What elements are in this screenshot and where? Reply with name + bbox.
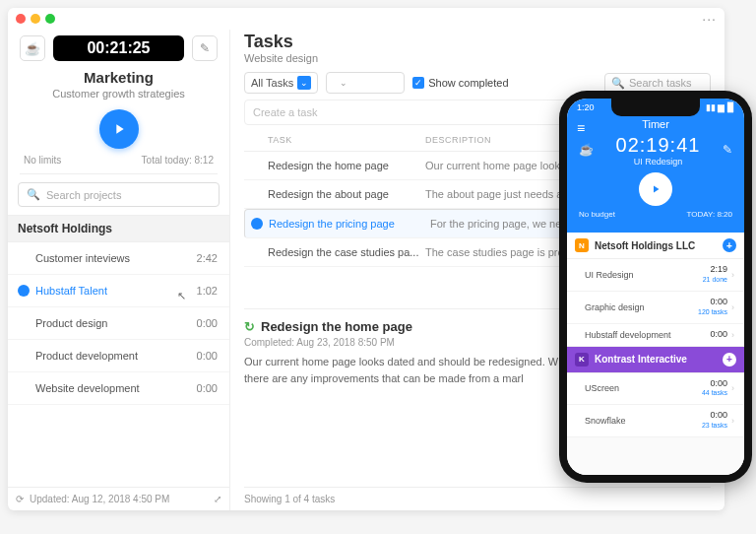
task-cell: Redesign the home page	[268, 160, 425, 171]
phone-project-item[interactable]: Hubstaff development0:00›	[567, 324, 744, 347]
phone-project-item[interactable]: Snowflake0:0023 tasks›	[567, 405, 744, 437]
phone-title: Timer	[567, 118, 744, 130]
maximize-icon[interactable]	[45, 14, 55, 24]
project-label: Website development	[35, 382, 140, 394]
project-title: Marketing	[20, 69, 218, 86]
project-time: 0:00	[197, 350, 218, 362]
more-icon[interactable]: ···	[702, 11, 717, 27]
edit-button[interactable]: ✎	[192, 35, 218, 61]
proj-time: 2:19	[710, 264, 727, 274]
project-label: Hubstaff Talent	[35, 285, 107, 297]
org-badge: N	[575, 238, 589, 252]
task-cell: Redesign the about page	[268, 188, 425, 200]
create-placeholder: Create a task	[253, 106, 317, 118]
cursor-icon: ↖	[177, 290, 186, 302]
minimize-icon[interactable]	[31, 14, 40, 24]
project-label: Product development	[35, 350, 138, 362]
add-icon[interactable]: +	[723, 238, 736, 252]
filter-all-select[interactable]: All Tasks⌄	[244, 72, 318, 94]
chevron-right-icon: ›	[731, 302, 734, 312]
project-time: 2:42	[197, 252, 218, 264]
phone-project: UI Redesign	[616, 157, 701, 167]
main-footer: Showing 1 of 4 tasks	[244, 487, 711, 510]
titlebar: ···	[8, 8, 724, 30]
limits-label: No limits	[24, 155, 61, 166]
break-button[interactable]: ☕	[20, 35, 45, 61]
signal-icon: ▮▮ ▆ ▉	[706, 102, 734, 112]
phone-org[interactable]: KKontrast Interactive+	[567, 347, 744, 373]
chevron-right-icon: ›	[731, 270, 734, 280]
proj-label: UScreen	[585, 383, 619, 393]
total-today: Total today: 8:12	[142, 155, 214, 166]
close-icon[interactable]	[16, 14, 26, 24]
break-icon[interactable]: ☕	[579, 143, 594, 157]
phone-budget: No budget	[579, 210, 615, 219]
chevron-down-icon: ⌄	[297, 76, 311, 90]
list-item[interactable]: Hubstaff Talent↖1:02	[8, 275, 229, 307]
detail-title: Redesign the home page	[261, 319, 412, 334]
th-desc: DESCRIPTION	[425, 135, 491, 145]
org-name: Kontrast Interactive	[595, 354, 687, 365]
chevron-right-icon: ›	[731, 383, 734, 393]
org-name: Netsoft Holdings LLC	[595, 240, 695, 251]
th-task: TASK	[268, 135, 425, 145]
proj-time: 0:00	[710, 329, 727, 339]
phone-notch	[611, 99, 700, 116]
add-icon[interactable]: +	[723, 353, 736, 367]
proj-note: 23 tasks	[702, 422, 727, 429]
phone-play-button[interactable]	[639, 172, 672, 206]
expand-icon[interactable]: ⤢	[214, 494, 221, 504]
proj-note: 120 tasks	[698, 308, 727, 315]
refresh-icon[interactable]: ⟳	[16, 494, 24, 504]
phone-project-item[interactable]: Graphic design0:00120 tasks›	[567, 292, 744, 324]
chevron-right-icon: ›	[731, 330, 734, 340]
phone-timer: 02:19:41	[616, 134, 701, 157]
phone-project-item[interactable]: UScreen0:0044 tasks›	[567, 373, 744, 406]
project-time: 0:00	[197, 382, 218, 394]
search-placeholder: Search projects	[46, 189, 121, 201]
search-icon: 🔍	[611, 77, 625, 90]
chevron-down-icon: ⌄	[337, 76, 350, 90]
page-subtitle: Website design	[244, 52, 711, 64]
search-icon: 🔍	[27, 188, 40, 201]
phone-today: TODAY: 8:20	[687, 210, 732, 219]
phone-project-item[interactable]: UI Redesign2:1921 done›	[567, 259, 744, 292]
project-list: Customer inteviews2:42 Hubstaff Talent↖1…	[8, 242, 229, 487]
list-item[interactable]: Product development0:00	[8, 340, 229, 372]
page-title: Tasks	[244, 32, 711, 52]
updated-label: Updated: Aug 12, 2018 4:50 PM	[30, 494, 169, 504]
list-item[interactable]: Website development0:00	[8, 372, 229, 405]
edit-icon[interactable]: ✎	[723, 143, 732, 157]
task-cell: Redesign the pricing page	[269, 218, 426, 230]
phone-screen: 1:20▮▮ ▆ ▉ ≡ Timer ☕ 02:19:41 UI Redesig…	[567, 99, 744, 475]
checkbox-label: Show completed	[428, 77, 508, 89]
filter-secondary-select[interactable]: ⌄	[326, 72, 405, 94]
org-header[interactable]: Netsoft Holdings	[8, 215, 229, 242]
proj-note: 44 tasks	[702, 389, 727, 396]
proj-time: 0:00	[710, 410, 727, 420]
play-button[interactable]	[99, 109, 139, 149]
check-icon: ✓	[412, 77, 424, 89]
proj-note: 21 done	[703, 276, 727, 283]
proj-time: 0:00	[710, 378, 727, 388]
proj-label: UI Redesign	[585, 270, 634, 280]
proj-label: Snowflake	[585, 416, 626, 426]
proj-label: Graphic design	[585, 302, 645, 312]
org-badge: K	[575, 353, 589, 367]
project-label: Customer inteviews	[35, 252, 130, 264]
project-time: 0:00	[197, 317, 218, 329]
phone-list: NNetsoft Holdings LLC+ UI Redesign2:1921…	[567, 233, 744, 475]
proj-time: 0:00	[710, 297, 727, 306]
phone-clock: 1:20	[577, 102, 595, 112]
phone-mockup: 1:20▮▮ ▆ ▉ ≡ Timer ☕ 02:19:41 UI Redesig…	[559, 91, 752, 483]
list-item[interactable]: Customer inteviews2:42	[8, 242, 229, 275]
phone-org[interactable]: NNetsoft Holdings LLC+	[567, 233, 744, 259]
list-item[interactable]: Product design0:00	[8, 307, 229, 340]
timer-display: 00:21:25	[53, 35, 184, 61]
search-placeholder: Search tasks	[629, 77, 692, 89]
menu-icon[interactable]: ≡	[577, 120, 585, 136]
search-projects-input[interactable]: 🔍 Search projects	[18, 182, 220, 207]
sync-icon: ↻	[244, 319, 255, 334]
show-completed-checkbox[interactable]: ✓Show completed	[412, 77, 508, 89]
sidebar-footer: ⟳ Updated: Aug 12, 2018 4:50 PM ⤢	[8, 487, 229, 510]
